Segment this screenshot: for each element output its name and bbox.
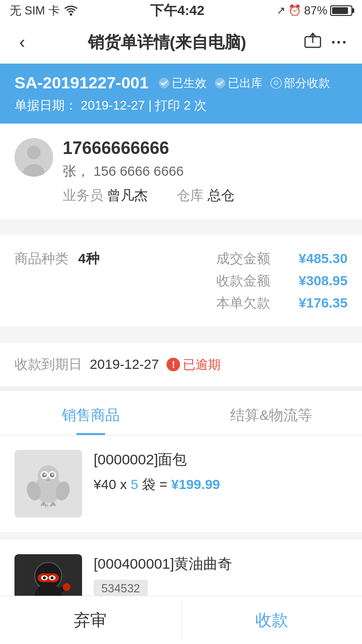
back-button[interactable]: ‹ — [14, 28, 30, 57]
page-title: 销货单详情(来自电脑) — [88, 31, 247, 54]
status-bar-time: 下午4:42 — [150, 1, 204, 20]
svg-point-40 — [63, 583, 70, 591]
svg-point-35 — [51, 576, 54, 579]
location-icon: ↗ — [277, 4, 285, 17]
customer-meta: 业务员 曾凡杰 仓库 总仓 — [63, 186, 348, 205]
alarm-icon: ⏰ — [288, 4, 301, 17]
svg-point-3 — [159, 78, 169, 88]
warehouse-label: 仓库 — [177, 186, 204, 205]
divider1 — [0, 220, 362, 227]
cancel-button[interactable]: 弃审 — [0, 600, 181, 641]
price-unit-bread: ¥40 — [94, 477, 116, 492]
deal-amount-row: 成交金额 ¥485.30 — [216, 250, 348, 268]
receipt-amount-value: ¥308.95 — [280, 273, 348, 289]
receipt-amount-label: 收款金额 — [216, 272, 270, 290]
print-label: | 打印 — [148, 98, 180, 112]
product-name-bread: [0000002]面包 — [94, 450, 348, 470]
qty-bread: 5 — [131, 477, 139, 492]
svg-point-17 — [44, 474, 46, 476]
divider2 — [0, 327, 362, 335]
receipt-amount-row: 收款金额 ¥308.95 — [216, 272, 348, 290]
debt-amount-row: 本单欠款 ¥176.35 — [216, 294, 348, 312]
status-partial-payment: ⊙ 部分收款 — [270, 75, 330, 91]
tab-sales-products[interactable]: 销售商品 — [0, 391, 181, 435]
category-label: 商品种类 — [14, 250, 69, 268]
customer-section: 17666666666 张， 156 6666 6666 业务员 曾凡杰 仓库 … — [0, 124, 362, 220]
tab-settlement-logistics[interactable]: 结算&物流等 — [181, 391, 362, 435]
svg-text:兽+: 兽+ — [44, 504, 52, 508]
tabs-section: 销售商品 结算&物流等 — [0, 391, 362, 435]
banner-row1: SA-20191227-001 已生效 已出库 ⊙ 部分收款 — [14, 73, 348, 92]
print-suffix: 次 — [194, 98, 207, 112]
debt-amount-value: ¥176.35 — [280, 295, 348, 311]
stats-left: 商品种类 4种 — [14, 250, 99, 268]
total-bread: ¥199.99 — [171, 477, 220, 492]
status-bar-right: ↗ ⏰ 87% — [277, 4, 352, 17]
battery-icon — [330, 5, 352, 16]
header-banner: SA-20191227-001 已生效 已出库 ⊙ 部分收款 单据日期： 201… — [0, 64, 362, 124]
status-bar-left: 无 SIM 卡 — [10, 3, 78, 18]
status-activated: 已生效 — [158, 75, 207, 91]
print-count: 2 — [184, 98, 191, 112]
customer-id: 17666666666 — [63, 138, 348, 158]
svg-point-4 — [215, 78, 225, 88]
salesman-item: 业务员 曾凡杰 — [63, 186, 148, 205]
customer-name-phone: 张， 156 6666 6666 — [63, 162, 348, 181]
status-badges: 已生效 已出库 ⊙ 部分收款 — [158, 75, 330, 91]
due-section: 收款到期日 2019-12-27 ! 已逾期 — [0, 343, 362, 391]
svg-point-8 — [27, 146, 41, 159]
date-label: 单据日期： — [14, 98, 77, 112]
product-thumb-bread: 兽+ — [14, 450, 82, 518]
wifi-icon — [64, 5, 78, 16]
battery-percent: 87% — [304, 4, 327, 17]
product-item: 兽+ [0000002]面包 ¥40 x 5 袋 = ¥199.99 — [0, 435, 362, 532]
banner-date-row: 单据日期： 2019-12-27 | 打印 2 次 — [14, 97, 348, 114]
nav-actions: ··· — [304, 32, 348, 53]
salesman-value: 曾凡杰 — [107, 186, 148, 205]
overdue-dot-icon: ! — [167, 358, 180, 371]
due-label: 收款到期日 — [14, 355, 82, 374]
more-icon[interactable]: ··· — [331, 33, 348, 52]
battery-fill — [332, 7, 348, 14]
nav-bar: ‹ 销货单详情(来自电脑) ··· — [0, 21, 362, 64]
warehouse-value: 总仓 — [208, 186, 235, 205]
order-date: 2019-12-27 — [81, 98, 145, 112]
owl-icon: 兽+ — [24, 460, 72, 508]
category-count: 4种 — [78, 250, 99, 268]
svg-text:⊙: ⊙ — [273, 79, 279, 86]
collect-button[interactable]: 收款 — [181, 600, 362, 641]
order-id: SA-20191227-001 — [14, 73, 149, 92]
debt-amount-label: 本单欠款 — [216, 294, 270, 312]
product-sku-badge: 534532 — [94, 580, 148, 597]
deal-amount-label: 成交金额 — [216, 250, 270, 268]
svg-point-18 — [52, 474, 54, 476]
customer-info: 17666666666 张， 156 6666 6666 业务员 曾凡杰 仓库 … — [63, 138, 348, 205]
avatar — [14, 138, 53, 177]
bottom-bar: 弃审 收款 — [0, 596, 362, 644]
stats-right: 成交金额 ¥485.30 收款金额 ¥308.95 本单欠款 ¥176.35 — [216, 250, 348, 312]
product-name-cookie: [000400001]黄油曲奇 — [94, 554, 348, 574]
status-shipped: 已出库 — [214, 75, 263, 91]
product-info-bread: [0000002]面包 ¥40 x 5 袋 = ¥199.99 — [94, 450, 348, 494]
overdue-badge: ! 已逾期 — [167, 356, 221, 373]
share-icon[interactable] — [304, 32, 321, 53]
warehouse-item: 仓库 总仓 — [177, 186, 235, 205]
avatar-icon — [14, 138, 53, 177]
carrier-text: 无 SIM 卡 — [10, 3, 60, 18]
overdue-text: 已逾期 — [183, 356, 221, 373]
deal-amount-value: ¥485.30 — [280, 251, 348, 266]
salesman-label: 业务员 — [63, 186, 103, 205]
product-price-bread: ¥40 x 5 袋 = ¥199.99 — [94, 476, 348, 494]
svg-point-0 — [70, 14, 72, 16]
stats-section: 商品种类 4种 成交金额 ¥485.30 收款金额 ¥308.95 本单欠款 ¥… — [0, 235, 362, 327]
svg-rect-31 — [38, 574, 59, 582]
status-bar: 无 SIM 卡 下午4:42 ↗ ⏰ 87% — [0, 0, 362, 21]
svg-point-34 — [43, 576, 46, 579]
due-date: 2019-12-27 — [90, 357, 159, 372]
